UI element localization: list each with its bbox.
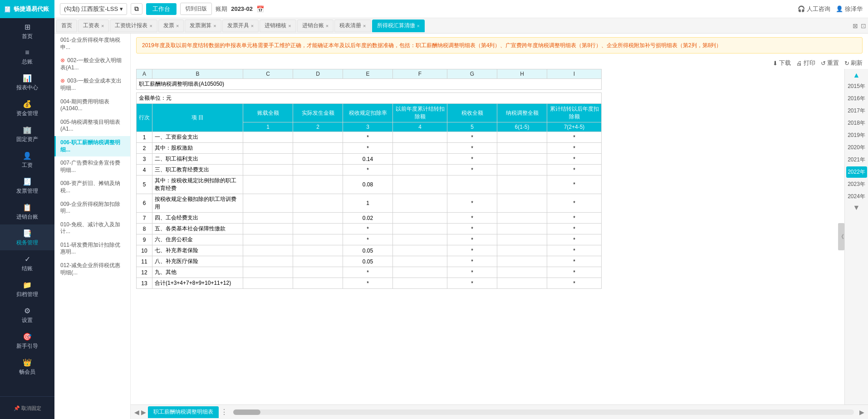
cell-h[interactable] [497, 194, 547, 213]
unpin-button[interactable]: 📌 取消固定 [0, 400, 54, 415]
table-row[interactable]: 9 六、住房公积金 * * * [137, 234, 602, 245]
cell-f[interactable] [393, 154, 447, 165]
cell-f[interactable] [393, 143, 447, 154]
cell-f[interactable] [393, 213, 447, 224]
cell-i[interactable]: * [547, 245, 602, 256]
sidebar-item-invoice[interactable]: 🧾 发票管理 [0, 173, 54, 199]
sidebar-item-report[interactable]: 📊 报表中心 [0, 69, 54, 95]
cell-e[interactable]: * [343, 234, 393, 245]
cell-f[interactable] [393, 194, 447, 213]
cell-d[interactable] [293, 224, 343, 234]
cell-c[interactable] [243, 213, 293, 224]
tab-tax-annual-close[interactable]: × [417, 23, 420, 29]
cell-h[interactable] [497, 213, 547, 224]
cell-i[interactable]: * [547, 224, 602, 234]
table-row[interactable]: 1 一、工资薪金支出 * * * [137, 132, 602, 143]
minimize-icon[interactable]: ⊠ [853, 22, 858, 29]
tab-stock-ledger-close[interactable]: × [326, 23, 329, 29]
cell-g[interactable]: * [447, 143, 497, 154]
cell-c[interactable] [243, 175, 293, 194]
table-row[interactable]: 8 五、各类基本社会保障性缴款 * * * [137, 224, 602, 234]
cell-h[interactable] [497, 278, 547, 289]
more-icon[interactable]: ⋮ [221, 408, 228, 416]
cell-d[interactable] [293, 234, 343, 245]
year-2023[interactable]: 2023年 [846, 179, 867, 190]
spreadsheet-container[interactable]: A B C D E F G H I [136, 69, 839, 404]
tab-salary-report[interactable]: 工资统计报表 × [110, 19, 157, 32]
year-2021[interactable]: 2021年 [846, 154, 867, 166]
left-nav-item-004[interactable]: 004-期间费用明细表(A1040... [54, 95, 130, 116]
cell-d[interactable] [293, 256, 343, 267]
left-nav-item-002[interactable]: ⊗ 002-一般企业收入明细表(A1... [54, 54, 130, 74]
left-nav-item-006[interactable]: 006-职工薪酬纳税调整明细... [54, 136, 130, 156]
table-row[interactable]: 6 按税收规定全额扣除的职工培训费用 1 * * [137, 194, 602, 213]
cell-e[interactable]: * [343, 278, 393, 289]
cell-g[interactable]: * [447, 278, 497, 289]
year-2015[interactable]: 2015年 [846, 81, 867, 92]
cell-i[interactable]: * [547, 175, 602, 194]
tab-purchase-check[interactable]: 进销稽核 × [260, 19, 296, 32]
workbench-button[interactable]: 工作台 [146, 3, 177, 15]
cell-g[interactable]: * [447, 224, 497, 234]
sidebar-item-member[interactable]: 👑 畅会员 [0, 354, 54, 380]
cell-g[interactable]: * [447, 245, 497, 256]
cell-h[interactable] [497, 143, 547, 154]
cell-d[interactable] [293, 213, 343, 224]
cell-e[interactable]: 0.05 [343, 245, 393, 256]
bottom-scrollbar[interactable] [233, 409, 854, 415]
cell-h[interactable] [497, 234, 547, 245]
cell-d[interactable] [293, 175, 343, 194]
table-row[interactable]: 5 其中：按税收规定比例扣除的职工教育经费 0.08 * [137, 175, 602, 194]
cell-i[interactable]: * [547, 267, 602, 278]
cell-i[interactable]: * [547, 194, 602, 213]
tab-salary[interactable]: 工资表 × [78, 19, 109, 32]
left-nav-item-007[interactable]: 007-广告费和业务宣传费明细... [54, 156, 130, 177]
tab-invoice-calc[interactable]: 发票测算 × [185, 19, 221, 32]
cell-g[interactable]: * [447, 165, 497, 175]
cell-d[interactable] [293, 143, 343, 154]
cell-i[interactable]: * [547, 132, 602, 143]
table-row[interactable]: 13 合计(1+3+4+7+8+9+10+11+12) * * * [137, 278, 602, 289]
cell-d[interactable] [293, 245, 343, 256]
sidebar-item-tax[interactable]: 📑 税务管理 [0, 224, 54, 250]
sidebar-item-stock[interactable]: 📋 进销台账 [0, 199, 54, 224]
table-row[interactable]: 11 八、补充医疗保险 0.05 * * [137, 256, 602, 267]
cell-d[interactable] [293, 278, 343, 289]
cell-g[interactable]: * [447, 267, 497, 278]
year-2018[interactable]: 2018年 [846, 117, 867, 129]
cell-h[interactable] [497, 175, 547, 194]
cell-f[interactable] [393, 165, 447, 175]
cell-h[interactable] [497, 224, 547, 234]
cell-e[interactable]: 1 [343, 194, 393, 213]
cell-h[interactable] [497, 256, 547, 267]
cell-i[interactable]: * [547, 256, 602, 267]
cell-i[interactable]: * [547, 213, 602, 224]
table-row[interactable]: 4 三、职工教育经费支出 * * * [137, 165, 602, 175]
expand-icon[interactable]: ⊡ [861, 22, 866, 29]
tab-stock-ledger[interactable]: 进销台账 × [297, 19, 333, 32]
sidebar-item-settings[interactable]: ⚙ 设置 [0, 302, 54, 328]
left-nav-item-008[interactable]: 008-资产折旧、摊销及纳税... [54, 177, 130, 197]
cell-h[interactable] [497, 132, 547, 143]
cell-h[interactable] [497, 267, 547, 278]
cell-f[interactable] [393, 267, 447, 278]
tab-invoice[interactable]: 发票 × [158, 19, 184, 32]
cell-g[interactable] [447, 175, 497, 194]
year-2019[interactable]: 2019年 [846, 130, 867, 141]
cell-h[interactable] [497, 165, 547, 175]
cell-c[interactable] [243, 224, 293, 234]
cell-h[interactable] [497, 154, 547, 165]
sidebar-item-ledger[interactable]: ≡ 总账 [0, 44, 54, 69]
cell-d[interactable] [293, 267, 343, 278]
year-2022[interactable]: 2022年 [846, 166, 867, 178]
year-2024[interactable]: 2024年 [846, 191, 867, 202]
cell-c[interactable] [243, 165, 293, 175]
table-row[interactable]: 2 其中：股权激励 * * * [137, 143, 602, 154]
cell-d[interactable] [293, 154, 343, 165]
cell-i[interactable]: * [547, 165, 602, 175]
cell-e[interactable]: * [343, 143, 393, 154]
cell-g[interactable]: * [447, 154, 497, 165]
cell-g[interactable]: * [447, 256, 497, 267]
tab-home[interactable]: 首页 [56, 19, 77, 32]
left-nav-item-010[interactable]: 010-免税、减计收入及加计... [54, 218, 130, 239]
